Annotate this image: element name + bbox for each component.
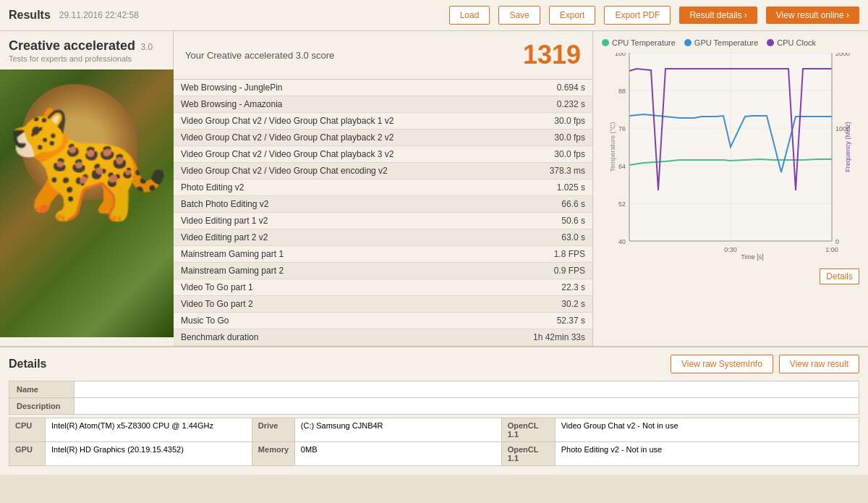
view-raw-sysinfo-button[interactable]: View raw SystemInfo [671,355,773,373]
name-label: Name [9,381,75,397]
result-value: 30.0 fps [498,130,592,146]
table-row: Video To Go part 230.2 s [174,296,592,313]
opencl1-label: OpenCL 1.1 [501,418,556,441]
top-section: Creative accelerated 3.0 Tests for exper… [0,31,868,346]
legend-gpu-temp: GPU Temperature [684,38,758,47]
benchmark-image [0,69,174,337]
svg-text:0: 0 [835,238,839,245]
table-row: Benchmark duration1h 42min 33s [174,329,592,346]
table-row: Video To Go part 122.3 s [174,279,592,296]
table-row: Video Editing part 1 v250.6 s [174,213,592,229]
table-row: Video Group Chat v2 / Video Group Chat p… [174,113,592,130]
result-name: Video Editing part 2 v2 [174,229,498,246]
result-name: Batch Photo Editing v2 [174,196,498,213]
legend-gpu-temp-dot [684,39,692,46]
opencl2-value: Photo Editing v2 - Not in use [556,442,859,465]
legend-cpu-clock: CPU Clock [767,38,816,47]
result-value: 52.37 s [498,313,592,329]
svg-text:2000: 2000 [835,53,850,57]
table-row: Music To Go52.37 s [174,313,592,329]
result-value: 0.694 s [498,80,592,96]
gpu-value: Intel(R) HD Graphics (20.19.15.4352) [46,442,252,465]
score-bar: Your Creative accelerated 3.0 score 1319 [174,31,592,80]
name-value [75,381,859,397]
table-row: Web Browsing - Amazonia0.232 s [174,96,592,113]
result-value: 30.0 fps [498,146,592,163]
result-value: 22.3 s [498,279,592,296]
opencl1-value: Video Group Chat v2 - Not in use [556,418,859,441]
score-label: Your Creative accelerated 3.0 score [185,50,523,61]
legend-cpu-temp-dot [602,39,609,46]
chart-details-button[interactable]: Details [820,269,859,284]
view-online-button[interactable]: View result online › [766,7,859,24]
table-row: Batch Photo Editing v266.6 s [174,196,592,213]
opencl2-label: OpenCL 1.1 [501,442,556,465]
result-name: Web Browsing - Amazonia [174,96,498,113]
benchmark-name: Creative accelerated [9,38,135,53]
view-raw-result-button[interactable]: View raw result [779,355,859,373]
score-value: 1319 [523,40,581,70]
result-name: Photo Editing v2 [174,179,498,196]
right-panel: CPU Temperature GPU Temperature CPU Cloc… [593,31,868,346]
svg-text:Time [s]: Time [s] [741,253,764,261]
result-name: Video To Go part 2 [174,296,498,313]
table-row: Mainstream Gaming part 11.8 FPS [174,246,592,263]
header: Results 29.11.2016 22:42:58 Load Save Ex… [0,0,868,31]
main-content: Creative accelerated 3.0 Tests for exper… [0,31,868,475]
result-name: Video Group Chat v2 / Video Group Chat p… [174,130,498,146]
svg-text:1:00: 1:00 [825,246,838,253]
result-name: Video Group Chat v2 / Video Group Chat p… [174,146,498,163]
benchmark-title-area: Creative accelerated 3.0 Tests for exper… [0,31,174,69]
result-name: Music To Go [174,313,498,329]
description-value [75,398,859,414]
result-value: 66.6 s [498,196,592,213]
results-date: 29.11.2016 22:42:58 [59,10,139,20]
result-value: 1h 42min 33s [498,329,592,346]
svg-text:76: 76 [618,125,626,132]
result-value: 63.0 s [498,229,592,246]
table-row: Video Editing part 2 v263.0 s [174,229,592,246]
details-title: Details [9,358,671,371]
table-row: Mainstream Gaming part 20.9 FPS [174,263,592,279]
results-title: Results [9,9,51,22]
bottom-section: Details View raw SystemInfo View raw res… [0,346,868,475]
svg-text:88: 88 [618,88,626,95]
result-details-button[interactable]: Result details › [679,7,757,24]
details-buttons: View raw SystemInfo View raw result [671,355,859,373]
table-row: Web Browsing - JunglePin0.694 s [174,80,592,96]
table-row: Photo Editing v21.025 s [174,179,592,196]
result-name: Video To Go part 1 [174,279,498,296]
svg-text:100: 100 [615,53,626,57]
result-value: 30.2 s [498,296,592,313]
chart-area: 100 88 76 64 52 40 2000 1000 0 Temperatu… [602,53,859,284]
result-name: Benchmark duration [174,329,498,346]
center-panel: Your Creative accelerated 3.0 score 1319… [174,31,593,346]
export-pdf-button[interactable]: Export PDF [604,6,671,25]
svg-text:Temperature (°C): Temperature (°C) [609,122,616,172]
drive-label: Drive [252,418,295,441]
result-value: 378.3 ms [498,163,592,179]
save-button[interactable]: Save [498,6,540,25]
svg-text:0:30: 0:30 [724,246,737,253]
result-value: 1.8 FPS [498,246,592,263]
table-row: Video Group Chat v2 / Video Group Chat e… [174,163,592,179]
results-table: Web Browsing - JunglePin0.694 sWeb Brows… [174,80,592,346]
chart-svg: 100 88 76 64 52 40 2000 1000 0 Temperatu… [602,53,859,263]
cpu-label: CPU [9,418,46,441]
load-button[interactable]: Load [449,6,490,25]
result-value: 1.025 s [498,179,592,196]
svg-text:Frequency (MHz): Frequency (MHz) [844,122,851,172]
left-panel: Creative accelerated 3.0 Tests for exper… [0,31,174,346]
svg-text:64: 64 [618,163,626,170]
drive-value: (C:) Samsung CJNB4R [295,418,501,441]
legend-cpu-clock-dot [767,39,774,46]
result-name: Video Group Chat v2 / Video Group Chat p… [174,113,498,130]
benchmark-subtitle: Tests for experts and professionals [9,54,132,63]
legend-cpu-temp-label: CPU Temperature [612,38,676,47]
table-row: Video Group Chat v2 / Video Group Chat p… [174,130,592,146]
benchmark-version: 3.0 [140,42,153,52]
svg-text:40: 40 [618,238,626,245]
export-button[interactable]: Export [549,6,596,25]
svg-text:52: 52 [618,200,626,208]
result-value: 30.0 fps [498,113,592,130]
